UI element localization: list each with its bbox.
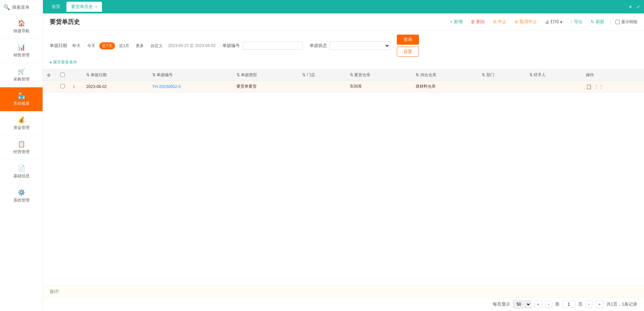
sidebar-item-quick-nav[interactable]: 🏠 快捷导航 <box>0 15 43 39</box>
col-pending-warehouse[interactable]: ⇅ 待出仓库 <box>412 70 478 81</box>
col-doc-no-label: 单据编号 <box>157 73 173 77</box>
col-req-warehouse-sort-icon: ⇅ <box>350 73 353 77</box>
sidebar-item-label: 快捷导航 <box>13 28 30 34</box>
cell-doc-no[interactable]: YH-20230602-0 <box>148 81 232 92</box>
cell-department <box>478 81 525 92</box>
date-btn-last-month[interactable]: 近1月 <box>116 42 132 49</box>
first-page-button[interactable]: « <box>534 301 542 308</box>
date-btn-more[interactable]: 更多 <box>133 42 147 49</box>
col-handler[interactable]: ⇅ 经手人 <box>525 70 582 81</box>
new-button[interactable]: + 新增 <box>448 17 465 26</box>
toolbar-divider: | <box>610 19 611 25</box>
page-title: 要货单历史 <box>50 18 80 26</box>
page-suffix: 页 <box>578 301 583 307</box>
col-checkbox <box>56 70 69 81</box>
export-button[interactable]: ↑ 导出 <box>569 17 585 26</box>
col-ops: 操作 <box>582 70 644 81</box>
query-button[interactable]: 查询 <box>397 35 419 45</box>
col-settings[interactable]: ⚙ <box>43 70 56 81</box>
stop-button[interactable]: ⊘ 中止 <box>491 17 509 26</box>
cancel-stop-button[interactable]: ⊘ 取消中止 <box>513 17 539 26</box>
col-req-warehouse[interactable]: ⇅ 要货仓库 <box>346 70 412 81</box>
tab-home-label: 首页 <box>52 4 60 10</box>
doc-status-select[interactable] <box>330 41 390 50</box>
doc-no-link[interactable]: YH-20230602-0 <box>152 84 181 89</box>
home-icon: 🏠 <box>18 19 25 27</box>
sidebar-item-label: 资金管理 <box>13 125 30 131</box>
filter-row: 单据日期 昨天 今天 近7天 近1月 更多 自定义 2023-05-27 至 2… <box>50 35 637 57</box>
date-filter-group: 单据日期 昨天 今天 近7天 近1月 更多 自定义 2023-05-27 至 2… <box>50 42 216 49</box>
page-size-select[interactable]: 20 50 100 <box>513 300 531 308</box>
table-body: 1 2023-06-02 YH-20230602-0 要货单要货 车间库 原材料… <box>43 81 644 92</box>
date-btn-today[interactable]: 今天 <box>85 42 98 49</box>
sidebar-item-label: 系统管理 <box>13 197 30 203</box>
toolbar: + 新增 🗑 删除 ⊘ 中止 ⊘ 取消中止 🖨 打印 ▾ ↑ 导出 ↻ 刷新 |… <box>448 17 637 26</box>
show-detail-toggle[interactable]: 显示明细 <box>615 19 637 25</box>
cell-doc-type: 要货单要货 <box>232 81 299 92</box>
sidebar-search[interactable]: 🔍 搜索菜单 <box>0 0 43 15</box>
col-department[interactable]: ⇅ 部门 <box>478 70 525 81</box>
show-detail-checkbox[interactable] <box>615 20 620 24</box>
inventory-icon: 🏪 <box>18 92 25 99</box>
show-detail-label: 显示明细 <box>621 19 637 25</box>
date-btn-custom[interactable]: 自定义 <box>148 42 165 49</box>
print-icon: 🖨 <box>545 19 549 25</box>
select-all-checkbox[interactable] <box>60 73 65 77</box>
table-area: ⚙ ⇅ 单据日期 ⇅ 单据编号 ⇅ 单据类型 <box>43 70 644 285</box>
col-store[interactable]: ⇅ 门店 <box>298 70 345 81</box>
cell-req-warehouse: 车间库 <box>346 81 412 92</box>
sidebar-item-operation[interactable]: 📋 经营管理 <box>0 136 43 160</box>
doc-number-input[interactable] <box>243 42 303 50</box>
delete-button[interactable]: 🗑 删除 <box>469 17 487 26</box>
page-first-label: 第 <box>555 301 559 307</box>
operation-icon: 📋 <box>18 140 25 148</box>
date-filter-label: 单据日期 <box>50 43 67 49</box>
page-number-input[interactable] <box>562 301 576 308</box>
sidebar-item-sales[interactable]: 📊 销售管理 <box>0 39 43 63</box>
col-pending-warehouse-sort-icon: ⇅ <box>416 73 419 77</box>
date-shortcuts: 昨天 今天 近7天 近1月 更多 自定义 <box>70 42 165 49</box>
tab-history[interactable]: 要货单历史 × <box>66 2 102 12</box>
col-doc-date-sort-icon: ⇅ <box>86 73 90 77</box>
col-num <box>69 70 82 81</box>
tab-home[interactable]: 首页 <box>47 2 65 12</box>
expand-more[interactable]: ▾ 展开更多条件 <box>50 59 637 65</box>
sidebar-item-label: 销售管理 <box>13 52 30 58</box>
sidebar-item-basic[interactable]: 📄 基础信息 <box>0 160 43 184</box>
col-doc-type[interactable]: ⇅ 单据类型 <box>232 70 299 81</box>
page-header: 要货单历史 + 新增 🗑 删除 ⊘ 中止 ⊘ 取消中止 🖨 打印 ▾ ↑ 导出 … <box>43 13 644 31</box>
col-handler-label: 经手人 <box>534 73 546 77</box>
page-size-label: 每页显示 <box>493 301 510 307</box>
refresh-button[interactable]: ↻ 刷新 <box>589 17 606 26</box>
col-doc-no[interactable]: ⇅ 单据编号 <box>148 70 232 81</box>
date-btn-yesterday[interactable]: 昨天 <box>70 42 83 49</box>
total-label: 合计: <box>50 288 60 295</box>
sidebar-item-system[interactable]: ⚙️ 系统管理 <box>0 184 43 208</box>
cell-settings <box>43 81 56 92</box>
sidebar-item-purchase[interactable]: 🛒 采购管理 <box>0 63 43 87</box>
col-store-label: 门店 <box>307 73 315 77</box>
sidebar-item-finance[interactable]: 💰 资金管理 <box>0 112 43 136</box>
print-dropdown-icon[interactable]: ▾ <box>560 19 562 25</box>
sidebar-item-inventory[interactable]: 🏪 库存核算 <box>0 87 43 112</box>
filter-area: 单据日期 昨天 今天 近7天 近1月 更多 自定义 2023-05-27 至 2… <box>43 31 644 70</box>
resize-window-icon[interactable]: ⤢ <box>636 4 640 9</box>
settings-button[interactable]: 设置 <box>397 47 419 57</box>
cell-store <box>298 81 345 92</box>
col-req-warehouse-label: 要货仓库 <box>354 73 370 77</box>
col-pending-warehouse-label: 待出仓库 <box>420 73 436 77</box>
col-doc-date[interactable]: ⇅ 单据日期 <box>82 70 148 81</box>
last-page-button[interactable]: » <box>595 301 604 308</box>
next-page-button[interactable]: › <box>585 301 593 308</box>
date-btn-last7days[interactable]: 近7天 <box>99 42 115 49</box>
close-window-icon[interactable]: ✕ <box>629 4 632 9</box>
ops-view-btn[interactable]: 📋 <box>586 84 592 89</box>
print-button[interactable]: 🖨 打印 ▾ <box>543 17 565 26</box>
ops-more-btn[interactable]: ⋮⋮ <box>594 84 603 89</box>
col-doc-date-label: 单据日期 <box>91 73 107 77</box>
system-icon: ⚙️ <box>18 189 25 196</box>
tab-close-icon[interactable]: × <box>95 4 97 9</box>
prev-page-button[interactable]: ‹ <box>545 301 552 308</box>
row-checkbox[interactable] <box>60 84 65 88</box>
table-header: ⚙ ⇅ 单据日期 ⇅ 单据编号 ⇅ 单据类型 <box>43 70 644 81</box>
